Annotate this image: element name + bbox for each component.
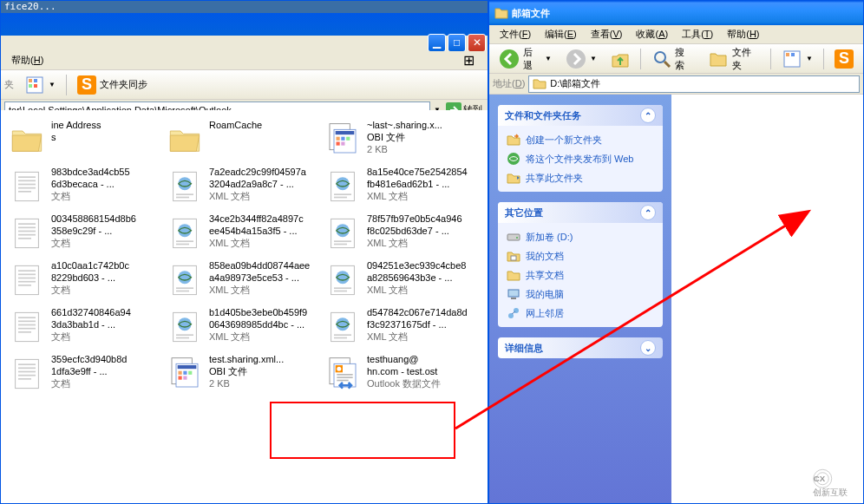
file-item[interactable]: ~last~.sharing.x...OBI 文件2 KB bbox=[320, 117, 473, 162]
file-item[interactable]: a10c0aa1c742b0c8229bd603 - ...文档 bbox=[4, 258, 157, 303]
file-item[interactable]: 003458868154d8b6358e9c29f - ...文档 bbox=[4, 211, 157, 256]
search-button[interactable]: 搜索 bbox=[645, 43, 700, 75]
file-item[interactable]: 34ce2b344ff82a4897cee454b4a15a3f5 - ...X… bbox=[162, 211, 315, 256]
forward-button[interactable]: ▼ bbox=[560, 45, 603, 73]
file-meta: XML 文档 bbox=[209, 237, 313, 249]
svg-point-104 bbox=[508, 313, 514, 318]
file-info: ine Addresss bbox=[51, 119, 155, 160]
task-link[interactable]: 共享此文件夹 bbox=[507, 171, 654, 185]
drive-icon bbox=[507, 230, 520, 244]
file-item[interactable]: d547842c067e714da8df3c92371675df - ...XM… bbox=[320, 304, 473, 350]
address-input[interactable]: D:\邮箱文件 bbox=[528, 75, 860, 93]
svg-rect-30 bbox=[18, 227, 36, 229]
folders-button[interactable]: 文件夹 bbox=[702, 43, 766, 75]
file-item[interactable]: 858ea09b4dd08744aeea4a98973e5ce53 - ...X… bbox=[162, 258, 315, 303]
close-button[interactable]: ✕ bbox=[468, 34, 486, 52]
file-item[interactable]: RoamCache bbox=[162, 117, 315, 162]
sync-button[interactable]: S文件夹同步 bbox=[71, 72, 154, 98]
file-meta: 文档 bbox=[51, 377, 155, 389]
file-name: testhuang@ bbox=[367, 353, 471, 365]
place-link[interactable]: 共享文档 bbox=[507, 268, 654, 282]
svg-rect-8 bbox=[336, 131, 355, 134]
file-name-2: OBI 文件 bbox=[209, 365, 313, 377]
svg-rect-75 bbox=[18, 378, 31, 380]
file-info: 78f57fb97e0b5c4a946f8c025bd63de7 - ...XM… bbox=[367, 213, 471, 254]
svg-rect-29 bbox=[18, 223, 36, 225]
file-info: 661d32740846a943da3bab1d - ...文档 bbox=[51, 306, 155, 348]
file-item[interactable]: 8a15e40ce75e2542854fb481e6ad62b1 - ...XM… bbox=[320, 164, 473, 209]
file-name: b1d405be3ebe0b459f9 bbox=[209, 306, 313, 318]
panel-header[interactable]: 详细信息⌄ bbox=[498, 337, 663, 358]
dropdown-icon: ▼ bbox=[590, 55, 597, 62]
place-link-label: 共享文档 bbox=[526, 269, 564, 282]
task-link[interactable]: 创建一个新文件夹 bbox=[507, 133, 654, 147]
menu-tools[interactable]: 工具(T) bbox=[675, 26, 720, 43]
svg-rect-27 bbox=[334, 197, 347, 199]
maximize-button[interactable]: □ bbox=[448, 34, 466, 52]
file-item[interactable]: b1d405be3ebe0b459f90643698985dd4bc - ...… bbox=[162, 304, 315, 350]
svg-point-87 bbox=[337, 367, 341, 371]
file-item[interactable]: 094251e3ec939c4cbe8a828569643b3e - ...XM… bbox=[320, 258, 473, 303]
file-icon bbox=[322, 119, 363, 160]
views-button[interactable]: ▼ bbox=[776, 45, 819, 73]
extra-s-button[interactable]: S bbox=[828, 46, 860, 72]
file-name-2: 1dfa3e9ff - ... bbox=[51, 365, 155, 377]
file-icon bbox=[164, 353, 206, 395]
place-link[interactable]: 我的文档 bbox=[507, 249, 654, 263]
place-link-label: 我的电脑 bbox=[526, 288, 564, 301]
menu-file[interactable]: 文件(F) bbox=[493, 26, 538, 43]
menu-edit[interactable]: 编辑(E) bbox=[538, 26, 584, 43]
back-button[interactable]: 后退 ▼ bbox=[493, 43, 558, 75]
svg-rect-28 bbox=[16, 219, 39, 247]
file-name: d547842c067e714da8d bbox=[367, 306, 471, 318]
file-grid: ine AddresssRoamCache~last~.sharing.x...… bbox=[1, 110, 488, 503]
file-name-2: hn.com - test.ost bbox=[367, 365, 471, 377]
place-link[interactable]: 新加卷 (D:) bbox=[507, 230, 654, 244]
file-item[interactable]: 661d32740846a943da3bab1d - ...文档 bbox=[4, 304, 157, 350]
panel-header[interactable]: 其它位置⌃ bbox=[498, 202, 663, 223]
panel-header[interactable]: 文件和文件夹任务⌃ bbox=[498, 105, 663, 126]
svg-rect-57 bbox=[18, 317, 36, 318]
collapse-icon[interactable]: ⌃ bbox=[640, 205, 656, 220]
file-icon bbox=[322, 166, 363, 207]
left-file-pane: ine AddresssRoamCache~last~.sharing.x...… bbox=[1, 110, 488, 503]
place-link[interactable]: 我的电脑 bbox=[507, 287, 654, 301]
minimize-button[interactable]: ▁ bbox=[428, 34, 446, 52]
task-link[interactable]: 将这个文件夹发布到 Web bbox=[507, 152, 654, 166]
file-meta: 文档 bbox=[51, 331, 155, 343]
menu-favorites[interactable]: 收藏(A) bbox=[629, 26, 675, 43]
svg-rect-58 bbox=[18, 321, 36, 323]
file-info: 858ea09b4dd08744aeea4a98973e5ce53 - ...X… bbox=[209, 259, 313, 301]
menu-help[interactable]: 帮助(H) bbox=[720, 26, 766, 43]
place-link[interactable]: 网上邻居 bbox=[507, 306, 654, 320]
share-icon bbox=[507, 171, 520, 185]
file-meta: XML 文档 bbox=[367, 190, 471, 202]
file-item[interactable]: 78f57fb97e0b5c4a946f8c025bd63de7 - ...XM… bbox=[320, 211, 473, 256]
other-places-panel: 其它位置⌃ 新加卷 (D:)我的文档共享文档我的电脑网上邻居 bbox=[498, 202, 663, 327]
toolbar-separator bbox=[66, 75, 67, 95]
file-item[interactable]: ine Addresss bbox=[4, 117, 157, 162]
menu-view[interactable]: 查看(V) bbox=[584, 26, 630, 43]
file-item[interactable]: 359ecfc3d940b8d1dfa3e9ff - ...文档 bbox=[4, 351, 157, 396]
svg-rect-40 bbox=[334, 240, 351, 242]
file-icon bbox=[322, 213, 363, 254]
file-name-2: f3c92371675df - ... bbox=[367, 318, 471, 331]
views-button[interactable]: ▼ bbox=[18, 71, 62, 99]
network-icon bbox=[507, 306, 520, 320]
file-item[interactable]: 7a2eadc29c99f04597a3204ad2a9a8c7 - ...XM… bbox=[162, 164, 315, 209]
expand-icon[interactable]: ⌄ bbox=[640, 340, 656, 356]
file-item[interactable]: 983bdce3ad4cb556d3becaca - ...文档 bbox=[4, 164, 157, 209]
up-button[interactable] bbox=[605, 46, 636, 72]
file-item[interactable]: testhuang@hn.com - test.ostOutlook 数据文件 bbox=[320, 351, 473, 396]
collapse-icon[interactable]: ⌃ bbox=[640, 108, 656, 123]
svg-rect-65 bbox=[176, 337, 189, 339]
svg-point-67 bbox=[337, 317, 350, 331]
file-item[interactable]: test.sharing.xml...OBI 文件2 KB bbox=[162, 351, 315, 396]
file-name-2: a828569643b3e - ... bbox=[367, 272, 471, 284]
svg-rect-51 bbox=[176, 291, 189, 292]
svg-rect-23 bbox=[176, 197, 189, 199]
address-label: 地址(D) bbox=[493, 77, 525, 90]
svg-rect-47 bbox=[18, 285, 31, 286]
svg-point-92 bbox=[566, 49, 586, 69]
menu-help[interactable]: 帮助(H) bbox=[4, 52, 50, 69]
